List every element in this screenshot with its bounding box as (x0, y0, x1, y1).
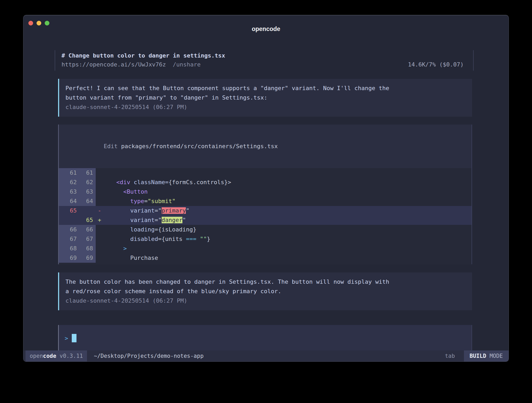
diff-row: 6868 > (59, 244, 472, 253)
close-window-button[interactable] (28, 21, 33, 25)
code-token (109, 245, 123, 252)
message-model-timestamp: claude-sonnet-4-20250514 (06:27 PM) (65, 102, 472, 112)
diff-view: 61616262 <div className={formCs.controls… (59, 168, 472, 263)
code-token: === (186, 236, 196, 242)
share-url-link[interactable]: https://opencode.ai/s/UwJxv76z (62, 60, 166, 69)
code-token (109, 217, 130, 223)
diff-marker (96, 187, 105, 197)
minimize-window-button[interactable] (37, 21, 41, 25)
traffic-lights (28, 21, 49, 25)
diff-code-line: disabled={units === ""} (105, 234, 210, 244)
old-line-number: 62 (59, 178, 80, 187)
diff-row: 6969 Purchase (59, 253, 472, 263)
code-token: "submit" (148, 198, 176, 204)
diff-marker (96, 234, 105, 244)
code-token (109, 179, 116, 185)
unshare-command[interactable]: /unshare (173, 60, 201, 69)
new-line-number: 69 (80, 253, 96, 263)
mode-indicator[interactable]: BUILD MODE (464, 350, 509, 361)
working-directory: ~/Desktop/Projects/demo-notes-app (94, 353, 203, 359)
diff-marker (96, 168, 105, 178)
old-line-number: 67 (59, 234, 80, 244)
new-line-number: 61 (80, 168, 96, 178)
prompt-chevron: > (65, 335, 68, 342)
code-token: type (130, 198, 144, 204)
edit-card-footer (59, 263, 472, 264)
code-token: Purchase (130, 255, 158, 261)
diff-marker: + (96, 215, 105, 225)
diff-marker (96, 178, 105, 187)
app-name-code: code (43, 353, 57, 359)
code-token (109, 207, 130, 214)
assistant-message: The button color has been changed to dan… (58, 272, 472, 310)
old-line-number (59, 215, 80, 225)
app-name-open: open (30, 353, 43, 359)
code-token: <Button (123, 188, 148, 195)
code-token: danger (162, 217, 182, 223)
diff-row: 6262 <div className={formCs.controls}> (59, 178, 472, 187)
prompt-input[interactable]: > (58, 325, 472, 351)
code-token: "" (200, 236, 207, 242)
diff-marker (96, 197, 105, 206)
diff-row: 6161 (59, 168, 472, 178)
old-line-number: 61 (59, 168, 80, 178)
new-line-number: 64 (80, 197, 96, 206)
diff-code-line: type="submit" (105, 197, 176, 206)
code-token: " (186, 207, 189, 214)
code-token: primary (162, 207, 186, 214)
edit-tool-header: Edit packages/frontend/src/containers/Se… (59, 125, 472, 168)
window-title: opencode (23, 25, 509, 33)
code-token: } (207, 236, 210, 242)
message-text-line: Perfect! I can see that the Button compo… (65, 84, 472, 93)
window-titlebar: opencode (23, 15, 509, 39)
code-token: > (123, 245, 127, 252)
session-subheader: https://opencode.ai/s/UwJxv76z /unshare … (62, 60, 473, 69)
new-line-number: 65 (80, 215, 96, 225)
new-line-number: 63 (80, 187, 96, 197)
old-line-number: 66 (59, 225, 80, 234)
code-token (109, 188, 123, 195)
desktop-background: opencode # Change button color to danger… (0, 0, 532, 403)
code-token: = (144, 198, 147, 204)
diff-row: 6666 loading={isLoading} (59, 225, 472, 234)
code-token: {formCs.controls}> (168, 179, 231, 185)
code-token: =" (155, 207, 162, 214)
diff-marker (96, 225, 105, 234)
diff-row: 65+ variant="danger" (59, 215, 472, 225)
message-text-line: a red/rose color scheme instead of the b… (65, 287, 472, 296)
diff-row: 65- variant="primary" (59, 206, 472, 215)
message-text-line: button variant from "primary" to "danger… (65, 93, 472, 102)
mode-suffix: MODE (486, 353, 503, 359)
status-bar-right: tab BUILD MODE (445, 350, 509, 361)
old-line-number: 64 (59, 197, 80, 206)
code-token: className= (134, 179, 168, 185)
code-token: variant (130, 207, 155, 214)
old-line-number: 68 (59, 244, 80, 253)
code-token (130, 179, 134, 185)
code-token (196, 236, 200, 242)
diff-marker (96, 253, 105, 263)
app-version-chip: opencode v0.3.11 (25, 350, 87, 361)
diff-code-line: <div className={formCs.controls}> (105, 178, 231, 187)
old-line-number: 63 (59, 187, 80, 197)
status-bar: opencode v0.3.11 ~/Desktop/Projects/demo… (23, 350, 509, 361)
opencode-window: opencode # Change button color to danger… (23, 15, 509, 362)
diff-row: 6767 disabled={units === ""} (59, 234, 472, 244)
tab-keybind-hint[interactable]: tab (445, 353, 455, 359)
session-content: # Change button color to danger in setti… (23, 50, 509, 362)
maximize-window-button[interactable] (45, 21, 49, 25)
assistant-message: Perfect! I can see that the Button compo… (58, 79, 472, 117)
token-usage-indicator: 14.6K/7% ($0.07) (408, 60, 473, 69)
new-line-number: 68 (80, 244, 96, 253)
code-token: =" (155, 217, 162, 223)
mode-name: BUILD (470, 353, 486, 359)
new-line-number: 67 (80, 234, 96, 244)
diff-marker: - (96, 206, 105, 215)
code-token: variant (130, 217, 155, 223)
message-model-timestamp: claude-sonnet-4-20250514 (06:27 PM) (65, 296, 472, 306)
diff-code-line: Purchase (105, 253, 158, 263)
diff-code-line: variant="danger" (105, 215, 186, 225)
session-header: # Change button color to danger in setti… (55, 50, 474, 71)
code-token: ={units (158, 236, 186, 242)
code-token (109, 255, 130, 261)
